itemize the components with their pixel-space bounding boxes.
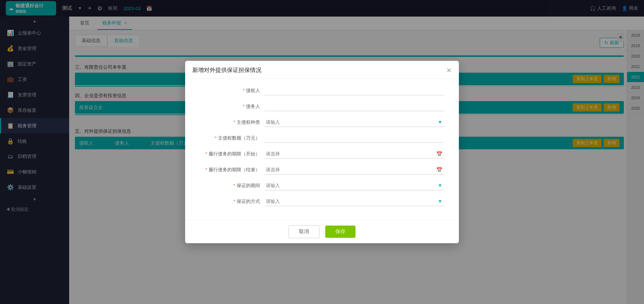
form-row-creditor: * 债权人 <box>200 86 444 95</box>
form-row-debtor: * 债务人 <box>200 102 444 111</box>
period-end-input[interactable] <box>264 165 434 174</box>
dialog-close-button[interactable]: ✕ <box>446 67 452 74</box>
form-label-period-start: * 履行债务的期限（开始） <box>200 151 264 157</box>
dialog-overlay: 新增对外提供保证担保情况 ✕ * 债权人 * 债务人 <box>0 0 644 304</box>
dialog-header: 新增对外提供保证担保情况 ✕ <box>185 61 459 79</box>
guarantee-period-input[interactable] <box>264 181 435 190</box>
form-row-guarantee-method: * 保证的方式 ▼ <box>200 197 444 206</box>
creditor-input[interactable] <box>264 86 444 95</box>
form-row-claim-amount: * 主债权数额（万元） <box>200 133 444 143</box>
add-guarantee-dialog: 新增对外提供保证担保情况 ✕ * 债权人 * 债务人 <box>185 61 459 243</box>
guarantee-method-select-wrap: ▼ <box>264 197 444 206</box>
dialog-title: 新增对外提供保证担保情况 <box>192 67 261 74</box>
form-label-creditor: * 债权人 <box>200 87 264 94</box>
form-row-guarantee-period: * 保证的期间 ▼ <box>200 181 444 190</box>
save-button[interactable]: 保存 <box>325 226 355 238</box>
form-label-guarantee-method: * 保证的方式 <box>200 198 264 205</box>
form-row-period-start: * 履行债务的期限（开始） 📅 <box>200 149 444 159</box>
period-end-wrap: 📅 <box>264 165 444 174</box>
form-label-guarantee-period: * 保证的期间 <box>200 182 264 189</box>
form-label-claim-amount: * 主债权数额（万元） <box>200 135 264 141</box>
guarantee-method-arrow-icon[interactable]: ▼ <box>435 199 444 204</box>
guarantee-period-select-wrap: ▼ <box>264 181 444 190</box>
cancel-button[interactable]: 取消 <box>289 225 319 238</box>
claim-type-select-wrap: ▼ <box>264 118 444 127</box>
form-label-debtor: * 债务人 <box>200 103 264 110</box>
period-end-calendar-icon[interactable]: 📅 <box>434 167 444 173</box>
dialog-body: * 债权人 * 债务人 * 主债权种类 <box>185 79 459 220</box>
period-start-calendar-icon[interactable]: 📅 <box>434 151 444 157</box>
form-row-period-end: * 履行债务的期限（结束） 📅 <box>200 165 444 174</box>
claim-type-input[interactable] <box>264 118 435 127</box>
debtor-input[interactable] <box>264 102 444 111</box>
claim-type-arrow-icon[interactable]: ▼ <box>435 119 444 125</box>
period-start-input[interactable] <box>264 149 434 158</box>
form-label-period-end: * 履行债务的期限（结束） <box>200 167 264 173</box>
guarantee-method-input[interactable] <box>264 197 435 206</box>
form-label-claim-type: * 主债权种类 <box>200 119 264 126</box>
dialog-footer: 取消 保存 <box>185 220 459 243</box>
claim-amount-input[interactable] <box>264 133 444 143</box>
form-row-claim-type: * 主债权种类 ▼ <box>200 118 444 127</box>
period-start-wrap: 📅 <box>264 149 444 159</box>
guarantee-period-arrow-icon[interactable]: ▼ <box>435 183 444 188</box>
